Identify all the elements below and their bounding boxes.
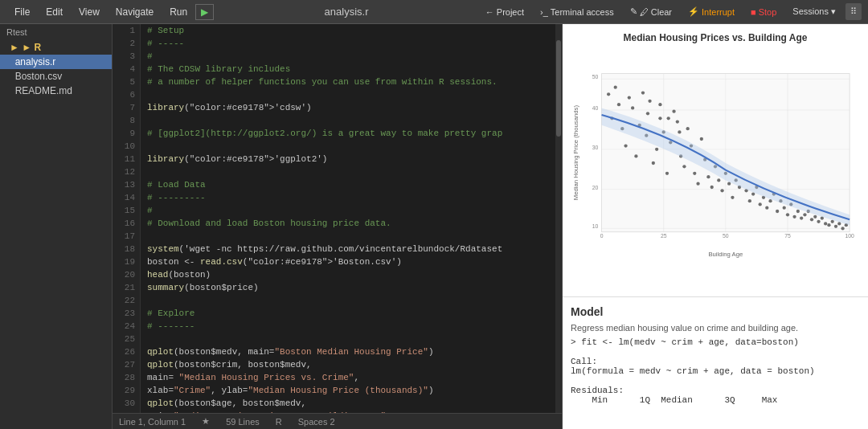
- output-description: Regress median housing value on crime an…: [571, 323, 860, 333]
- output-line-2: [571, 347, 860, 357]
- cursor-position: Line 1, Column 1: [119, 417, 186, 427]
- line-number: 31: [113, 410, 140, 413]
- line-number: 25: [113, 333, 140, 345]
- terminal-button[interactable]: ›_ Terminal access: [534, 5, 620, 19]
- code-line: head(boston): [147, 268, 555, 281]
- code-line: [147, 114, 555, 127]
- code-line: [147, 165, 555, 178]
- line-number: 23: [113, 307, 140, 320]
- code-line: [147, 294, 555, 307]
- line-number: 3: [113, 50, 140, 63]
- line-numbers: 1234567891011121314151617181920212223242…: [113, 24, 141, 413]
- plot-title: Median Housing Prices vs. Building Age: [571, 32, 860, 43]
- statusbar: Line 1, Column 1 ★ 59 Lines R Spaces 2: [113, 413, 562, 429]
- svg-point-85: [607, 92, 610, 96]
- line-number: 7: [113, 101, 140, 114]
- plot-area: Median Housing Prices vs. Building Age M…: [563, 24, 868, 297]
- clear-label: 🖊 Clear: [640, 7, 672, 17]
- file-icon: [10, 56, 15, 67]
- svg-point-86: [614, 86, 617, 89]
- line-number: 12: [113, 165, 140, 178]
- svg-point-31: [658, 116, 661, 120]
- svg-point-91: [658, 103, 661, 106]
- menu-navigate[interactable]: Navigate: [108, 3, 162, 21]
- line-number: 19: [113, 255, 140, 268]
- output-title: Model: [571, 305, 860, 318]
- scrollbar-thumb[interactable]: [556, 40, 561, 137]
- code-line: library("color:#ce9178">'ggplot2'): [147, 153, 555, 165]
- code-line: qplot(boston$age, boston$medv,: [147, 397, 555, 410]
- svg-point-35: [672, 110, 675, 113]
- scatter-plot: Median Housing Price (thousands) Buildin…: [571, 47, 860, 280]
- output-line-5: [571, 376, 860, 386]
- interrupt-label: Interrupt: [702, 7, 735, 17]
- sidebar-item-boston-csv[interactable]: Boston.csv: [0, 69, 112, 84]
- grid-button[interactable]: ⠿: [845, 3, 862, 20]
- svg-point-33: [665, 172, 669, 175]
- menu-run[interactable]: Run: [162, 3, 195, 21]
- svg-point-83: [841, 227, 844, 230]
- code-line: # Setup: [147, 24, 555, 37]
- output-line-4: lm(formula = medv ~ crim + age, data = b…: [571, 366, 860, 376]
- interrupt-button[interactable]: ⚡ Interrupt: [682, 4, 741, 19]
- sidebar-item-r[interactable]: ► ► R: [0, 40, 112, 55]
- sidebar-item-readme[interactable]: README.md: [0, 84, 112, 98]
- file-icon-2: [10, 71, 15, 82]
- output-area: Model Regress median housing value on cr…: [563, 297, 868, 429]
- menu-view[interactable]: View: [71, 3, 108, 21]
- code-line: # Download and load Boston housing price…: [147, 217, 555, 230]
- pen-icon: ✎: [630, 6, 637, 17]
- svg-point-57: [751, 192, 755, 195]
- code-line: boston <- read.csv("color:#ce9178">'Bost…: [147, 255, 555, 268]
- sessions-label: Sessions ▾: [792, 6, 836, 17]
- output-code: > fit <- lm(medv ~ crim + age, data=bost…: [571, 337, 860, 405]
- plot-container: Median Housing Prices vs. Building Age M…: [571, 32, 860, 288]
- project-button[interactable]: ← Project: [479, 5, 530, 19]
- svg-point-75: [813, 215, 817, 219]
- svg-text:Building Age: Building Age: [708, 251, 743, 258]
- code-line: # a number of helper functions you can u…: [147, 76, 555, 88]
- terminal-label: Terminal access: [551, 7, 614, 17]
- svg-point-92: [667, 116, 670, 120]
- svg-text:25: 25: [661, 233, 667, 239]
- svg-point-72: [803, 213, 806, 216]
- code-line: main="Median Housing Prices vs. Building…: [147, 410, 555, 413]
- svg-point-29: [652, 161, 655, 165]
- line-number: 4: [113, 63, 140, 76]
- arrow-icon: ►: [10, 42, 22, 53]
- line-number: 5: [113, 76, 140, 88]
- svg-point-69: [792, 215, 796, 219]
- line-number: 21: [113, 281, 140, 294]
- main-layout: Rtest ► ► R analysis.r Boston.csv README…: [0, 24, 868, 429]
- svg-point-23: [624, 144, 627, 147]
- line-number: 11: [113, 153, 140, 165]
- menu-edit[interactable]: Edit: [38, 3, 71, 21]
- stop-button[interactable]: ■ Stop: [744, 5, 783, 19]
- language: R: [276, 417, 282, 427]
- clear-button[interactable]: ✎ 🖊 Clear: [624, 4, 678, 19]
- editor-scrollbar[interactable]: [555, 24, 562, 413]
- line-number: 2: [113, 37, 140, 50]
- svg-point-67: [786, 213, 789, 216]
- code-line: #: [147, 50, 555, 63]
- svg-point-51: [727, 182, 731, 186]
- line-number: 24: [113, 320, 140, 333]
- play-button[interactable]: ▶: [195, 4, 214, 20]
- file-title: analysis.r: [214, 6, 479, 18]
- menu-file[interactable]: File: [6, 3, 38, 21]
- line-number: 29: [113, 384, 140, 397]
- code-line: [147, 230, 555, 243]
- sidebar-item-analysis[interactable]: analysis.r: [0, 55, 112, 69]
- svg-point-89: [641, 91, 645, 94]
- sessions-button[interactable]: Sessions ▾: [786, 4, 842, 19]
- editor-content[interactable]: 1234567891011121314151617181920212223242…: [113, 24, 562, 413]
- svg-point-78: [824, 222, 827, 225]
- code-line: main= "Median Housing Prices vs. Crime",: [147, 371, 555, 384]
- line-number: 14: [113, 191, 140, 204]
- code-line: library("color:#ce9178">'cdsw'): [147, 101, 555, 114]
- code-lines[interactable]: # Setup# -----## The CDSW library includ…: [141, 24, 555, 413]
- output-line-1: > fit <- lm(medv ~ crim + age, data=bost…: [571, 337, 860, 347]
- svg-point-46: [710, 186, 714, 189]
- editor-area: 1234567891011121314151617181920212223242…: [113, 24, 563, 429]
- svg-point-39: [686, 127, 690, 130]
